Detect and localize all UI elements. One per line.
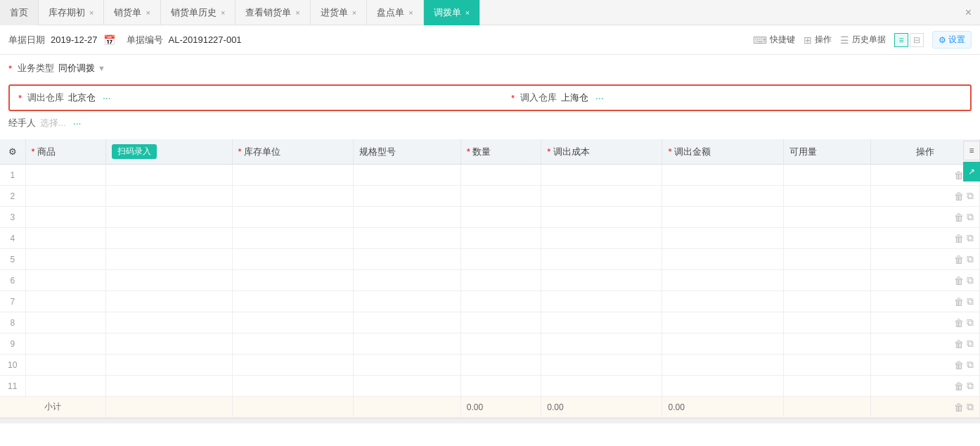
tab-close-inventory[interactable]: × xyxy=(89,8,94,17)
row-product-8[interactable] xyxy=(25,312,106,333)
tab-close-transfer[interactable]: × xyxy=(465,8,470,17)
delete-icon-3[interactable]: 🗑 xyxy=(954,212,964,223)
layout-grid-btn[interactable]: ⊟ xyxy=(910,33,924,47)
tab-inventory-init[interactable]: 库存期初 × xyxy=(39,0,104,25)
row-amount-3[interactable] xyxy=(662,207,783,228)
row-spec-8[interactable] xyxy=(353,312,460,333)
row-spec-11[interactable] xyxy=(353,376,460,397)
tab-sales-history[interactable]: 销货单历史 × xyxy=(161,0,236,25)
row-cost-4[interactable] xyxy=(541,228,662,249)
settings-button[interactable]: ⚙ 设置 xyxy=(932,31,972,49)
row-unit-1[interactable] xyxy=(232,165,353,186)
row-unit-8[interactable] xyxy=(232,312,353,333)
row-unit-11[interactable] xyxy=(232,376,353,397)
copy-icon-11[interactable]: ⧉ xyxy=(967,380,974,392)
delete-icon-6[interactable]: 🗑 xyxy=(954,275,964,286)
dropdown-arrow-icon[interactable]: ▼ xyxy=(98,64,105,72)
row-cost-6[interactable] xyxy=(541,270,662,291)
tab-home[interactable]: 首页 xyxy=(0,0,39,25)
row-cost-2[interactable] xyxy=(541,186,662,207)
copy-icon-6[interactable]: ⧉ xyxy=(967,274,974,286)
row-product-3[interactable] xyxy=(25,207,106,228)
row-unit-2[interactable] xyxy=(232,186,353,207)
tab-close-purchase[interactable]: × xyxy=(352,8,356,17)
row-unit-4[interactable] xyxy=(232,228,353,249)
tab-view-sales[interactable]: 查看销货单 × xyxy=(236,0,310,25)
row-product-10[interactable] xyxy=(25,355,106,376)
row-amount-5[interactable] xyxy=(662,249,783,270)
row-spec-10[interactable] xyxy=(353,355,460,376)
row-cost-1[interactable] xyxy=(541,165,662,186)
row-spec-1[interactable] xyxy=(353,165,460,186)
copy-icon-3[interactable]: ⧉ xyxy=(967,211,974,223)
window-close-button[interactable]: × xyxy=(957,0,980,25)
row-amount-2[interactable] xyxy=(662,186,783,207)
row-amount-1[interactable] xyxy=(662,165,783,186)
row-cost-5[interactable] xyxy=(541,249,662,270)
quick-keys-btn[interactable]: ⌨ 快捷键 xyxy=(753,34,795,46)
copy-icon-2[interactable]: ⧉ xyxy=(967,190,974,202)
tab-sales-order[interactable]: 销货单 × xyxy=(104,0,160,25)
horizontal-scrollbar[interactable] xyxy=(0,418,980,423)
row-product-4[interactable] xyxy=(25,228,106,249)
calendar-icon[interactable]: 📅 xyxy=(103,34,115,46)
tab-transfer[interactable]: 调拨单 × xyxy=(424,0,480,25)
delete-icon-4[interactable]: 🗑 xyxy=(954,233,964,244)
row-quantity-5[interactable] xyxy=(460,249,541,270)
float-export-btn[interactable]: ↗ xyxy=(963,162,980,181)
row-cost-9[interactable] xyxy=(541,333,662,355)
copy-icon-7[interactable]: ⧉ xyxy=(967,295,974,307)
row-amount-8[interactable] xyxy=(662,312,783,333)
row-amount-9[interactable] xyxy=(662,333,783,355)
row-product-5[interactable] xyxy=(25,249,106,270)
tab-close-sales[interactable]: × xyxy=(146,8,150,17)
row-unit-3[interactable] xyxy=(232,207,353,228)
delete-icon-8[interactable]: 🗑 xyxy=(954,317,964,329)
manager-more-btn[interactable]: ··· xyxy=(73,117,82,129)
subtotal-delete-icon[interactable]: 🗑 xyxy=(954,402,964,413)
row-quantity-2[interactable] xyxy=(460,186,541,207)
delete-icon-7[interactable]: 🗑 xyxy=(954,296,964,307)
tab-close-stocktake[interactable]: × xyxy=(408,8,413,17)
tab-purchase[interactable]: 进货单 × xyxy=(311,0,367,25)
subtotal-copy-icon[interactable]: ⧉ xyxy=(967,401,974,413)
row-quantity-1[interactable] xyxy=(460,165,541,186)
gear-column-header[interactable]: ⚙ xyxy=(0,139,25,165)
row-unit-9[interactable] xyxy=(232,333,353,355)
row-product-11[interactable] xyxy=(25,376,106,397)
row-quantity-9[interactable] xyxy=(460,333,541,355)
row-product-7[interactable] xyxy=(25,291,106,312)
row-unit-10[interactable] xyxy=(232,355,353,376)
row-spec-7[interactable] xyxy=(353,291,460,312)
tab-close-view-sales[interactable]: × xyxy=(295,8,299,17)
row-cost-11[interactable] xyxy=(541,376,662,397)
row-quantity-6[interactable] xyxy=(460,270,541,291)
row-cost-7[interactable] xyxy=(541,291,662,312)
row-spec-9[interactable] xyxy=(353,333,460,355)
manager-placeholder[interactable]: 选择... xyxy=(40,117,66,129)
delete-icon-9[interactable]: 🗑 xyxy=(954,338,964,350)
copy-icon-5[interactable]: ⧉ xyxy=(967,253,974,265)
tab-close-sales-history[interactable]: × xyxy=(221,8,225,17)
transfer-in-more-btn[interactable]: ··· xyxy=(595,92,604,103)
row-amount-11[interactable] xyxy=(662,376,783,397)
delete-icon-11[interactable]: 🗑 xyxy=(954,381,964,392)
row-cost-3[interactable] xyxy=(541,207,662,228)
transfer-out-more-btn[interactable]: ··· xyxy=(103,92,111,103)
row-product-1[interactable] xyxy=(25,165,106,186)
row-spec-2[interactable] xyxy=(353,186,460,207)
row-amount-4[interactable] xyxy=(662,228,783,249)
row-quantity-4[interactable] xyxy=(460,228,541,249)
float-list-btn[interactable]: ≡ xyxy=(963,141,980,160)
copy-icon-8[interactable]: ⧉ xyxy=(967,317,974,329)
row-unit-5[interactable] xyxy=(232,249,353,270)
layout-list-btn[interactable]: ≡ xyxy=(894,33,908,47)
copy-icon-9[interactable]: ⧉ xyxy=(967,338,974,350)
row-spec-6[interactable] xyxy=(353,270,460,291)
row-quantity-7[interactable] xyxy=(460,291,541,312)
row-quantity-8[interactable] xyxy=(460,312,541,333)
operations-btn[interactable]: ⊞ 操作 xyxy=(804,34,832,46)
row-quantity-3[interactable] xyxy=(460,207,541,228)
copy-icon-10[interactable]: ⧉ xyxy=(967,359,974,371)
row-quantity-10[interactable] xyxy=(460,355,541,376)
